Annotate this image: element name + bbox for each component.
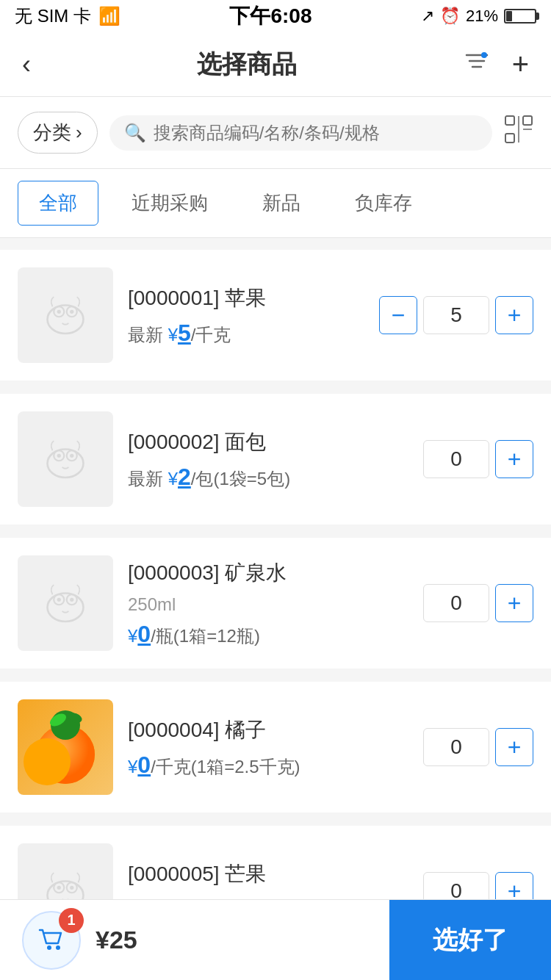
list-item: [0000003] 矿泉水 250ml ¥0/瓶(1箱=12瓶) + <box>0 538 551 669</box>
product-thumbnail <box>18 411 113 507</box>
scan-icon[interactable] <box>504 115 533 151</box>
product-qty-control: + <box>423 440 533 478</box>
svg-point-12 <box>57 309 61 313</box>
svg-point-14 <box>48 449 84 478</box>
product-list: [0000001] 苹果 最新 ¥5/千克 − + <box>0 250 551 980</box>
search-icon: 🔍 <box>124 123 146 143</box>
category-label: 分类 <box>33 120 71 145</box>
product-qty-control: − + <box>379 296 533 334</box>
qty-input[interactable] <box>423 584 489 622</box>
product-name: [0000003] 矿泉水 <box>128 559 408 587</box>
battery-icon <box>504 9 536 24</box>
product-price: 最新 ¥2/包(1袋=5包) <box>128 464 408 491</box>
product-price: ¥0/千克(1箱=2.5千克) <box>128 752 408 779</box>
tab-new[interactable]: 新品 <box>241 181 322 226</box>
svg-point-3 <box>481 52 487 58</box>
product-name: [0000002] 面包 <box>128 428 408 456</box>
category-button[interactable]: 分类 › <box>18 112 98 154</box>
qty-input[interactable] <box>423 728 489 766</box>
product-name: [0000005] 芒果 <box>128 860 408 888</box>
svg-rect-4 <box>505 116 514 125</box>
svg-point-9 <box>48 305 84 334</box>
filter-icon[interactable] <box>464 48 490 81</box>
product-name: [0000001] 苹果 <box>128 284 364 312</box>
list-item: [0000002] 面包 最新 ¥2/包(1袋=5包) + <box>0 394 551 525</box>
cart-section: 1 ¥25 <box>0 911 389 970</box>
cart-total: ¥25 <box>96 926 137 954</box>
svg-point-19 <box>48 593 84 621</box>
svg-rect-5 <box>523 116 532 125</box>
svg-point-33 <box>57 885 61 889</box>
product-thumbnail <box>18 555 113 651</box>
confirm-button[interactable]: 选好了 <box>389 900 551 981</box>
product-info: [0000002] 面包 最新 ¥2/包(1袋=5包) <box>128 428 408 491</box>
page-title: 选择商品 <box>197 48 297 82</box>
search-box: 🔍 <box>109 115 492 151</box>
qty-input[interactable] <box>423 296 489 334</box>
alarm-icon: ⏰ <box>440 7 460 26</box>
qty-plus-button[interactable]: + <box>495 296 533 334</box>
carrier-text: 无 SIM 卡 <box>15 4 91 28</box>
product-name: [0000004] 橘子 <box>128 716 408 744</box>
svg-point-18 <box>70 453 73 457</box>
tab-all[interactable]: 全部 <box>18 181 98 226</box>
add-product-icon[interactable]: + <box>512 48 529 81</box>
svg-point-26 <box>24 738 71 785</box>
category-chevron: › <box>76 121 82 144</box>
cart-icon[interactable]: 1 <box>22 911 81 970</box>
list-item: [0000004] 橘子 ¥0/千克(1箱=2.5千克) + <box>0 682 551 813</box>
location-icon: ↗ <box>421 7 434 26</box>
qty-input[interactable] <box>423 440 489 478</box>
cart-badge: 1 <box>59 908 84 933</box>
list-item: [0000001] 苹果 最新 ¥5/千克 − + <box>0 250 551 381</box>
product-qty-control: + <box>423 728 533 766</box>
qty-plus-button[interactable]: + <box>495 728 533 766</box>
svg-point-17 <box>57 453 61 457</box>
svg-point-13 <box>70 309 73 313</box>
qty-minus-button[interactable]: − <box>379 296 417 334</box>
product-price: 最新 ¥5/千克 <box>128 320 364 347</box>
wifi-icon: 📶 <box>98 6 120 26</box>
nav-actions: + <box>464 48 529 81</box>
product-thumbnail <box>18 699 113 795</box>
tab-bar: 全部 近期采购 新品 负库存 <box>0 169 551 238</box>
qty-plus-button[interactable]: + <box>495 584 533 622</box>
status-time: 下午6:08 <box>229 2 311 30</box>
nav-bar: ‹ 选择商品 + <box>0 32 551 97</box>
product-info: [0000001] 苹果 最新 ¥5/千克 <box>128 284 364 347</box>
qty-plus-button[interactable]: + <box>495 440 533 478</box>
tab-recent[interactable]: 近期采购 <box>110 181 229 226</box>
svg-point-22 <box>57 597 61 601</box>
svg-point-34 <box>70 885 73 889</box>
svg-point-46 <box>56 945 60 950</box>
product-spec: 250ml <box>128 594 408 615</box>
product-info: [0000003] 矿泉水 250ml ¥0/瓶(1箱=12瓶) <box>128 559 408 648</box>
svg-rect-6 <box>505 134 514 143</box>
tab-negative[interactable]: 负库存 <box>334 181 433 226</box>
bottom-bar: 1 ¥25 选好了 <box>0 899 551 980</box>
product-qty-control: + <box>423 584 533 622</box>
status-right: ↗ ⏰ 21% <box>421 7 536 26</box>
svg-point-45 <box>47 945 51 950</box>
search-input[interactable] <box>154 123 478 143</box>
battery-percent: 21% <box>466 7 498 26</box>
product-price: ¥0/瓶(1箱=12瓶) <box>128 621 408 648</box>
product-thumbnail <box>18 267 113 363</box>
filter-bar: 分类 › 🔍 <box>0 97 551 169</box>
status-bar: 无 SIM 卡 📶 下午6:08 ↗ ⏰ 21% <box>0 0 551 32</box>
back-button[interactable]: ‹ <box>22 49 31 80</box>
status-carrier: 无 SIM 卡 📶 <box>15 4 120 28</box>
product-info: [0000004] 橘子 ¥0/千克(1箱=2.5千克) <box>128 716 408 779</box>
svg-point-23 <box>70 597 73 601</box>
